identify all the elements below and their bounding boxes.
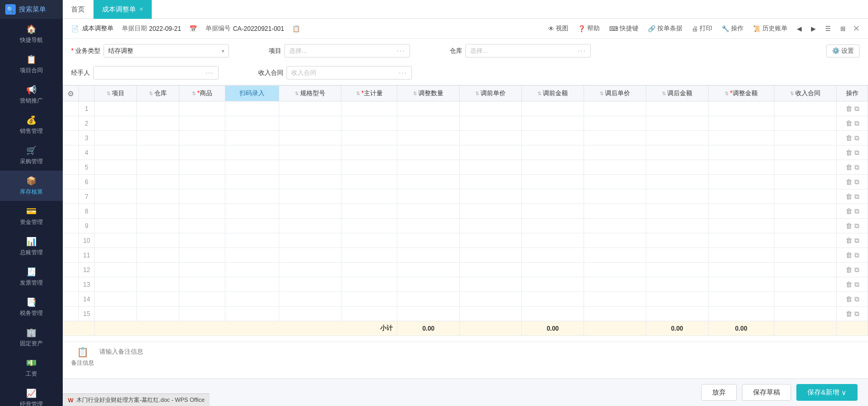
- row-before-amount[interactable]: [522, 131, 584, 145]
- row-before-unit-price[interactable]: [460, 277, 522, 292]
- row-income-contract[interactable]: [774, 292, 837, 307]
- sidebar-item-marketing[interactable]: 📢 营销推广: [0, 80, 63, 110]
- col-before-unit-price[interactable]: ⇅调前单价: [460, 86, 522, 102]
- row-copy-icon[interactable]: ⧉: [854, 295, 859, 303]
- row-spec-type[interactable]: [279, 277, 341, 292]
- row-adjust-amount[interactable]: [708, 248, 774, 263]
- row-unit[interactable]: [341, 102, 397, 116]
- row-unit[interactable]: [341, 175, 397, 189]
- help-btn[interactable]: ❓ 帮助: [576, 23, 602, 34]
- row-spec-type[interactable]: [279, 292, 341, 307]
- row-before-amount[interactable]: [522, 307, 584, 321]
- row-after-unit-price[interactable]: [584, 248, 646, 263]
- sidebar-search[interactable]: 🔍 搜索菜单: [0, 0, 63, 19]
- row-after-amount[interactable]: [646, 233, 708, 248]
- agent-input[interactable]: ···: [93, 66, 219, 80]
- row-adjust-qty[interactable]: [397, 131, 460, 145]
- row-copy-icon[interactable]: ⧉: [854, 266, 859, 274]
- row-spec-type[interactable]: [279, 307, 341, 321]
- row-warehouse[interactable]: [137, 292, 179, 307]
- row-income-contract[interactable]: [774, 233, 837, 248]
- row-before-unit-price[interactable]: [460, 204, 522, 219]
- row-after-amount[interactable]: [646, 102, 708, 116]
- row-before-unit-price[interactable]: [460, 175, 522, 189]
- table-settings-icon[interactable]: ⚙: [67, 89, 74, 98]
- row-before-amount[interactable]: [522, 102, 584, 116]
- row-warehouse[interactable]: [137, 204, 179, 219]
- row-delete-icon[interactable]: 🗑: [846, 163, 852, 172]
- row-product[interactable]: [179, 189, 225, 204]
- sidebar-item-finance[interactable]: 💳 资金管理: [0, 201, 63, 231]
- row-adjust-amount[interactable]: [708, 145, 774, 160]
- row-project[interactable]: [95, 233, 137, 248]
- row-product[interactable]: [179, 219, 225, 233]
- row-after-amount[interactable]: [646, 292, 708, 307]
- row-product[interactable]: [179, 204, 225, 219]
- col-project[interactable]: ⇅项目: [95, 86, 137, 102]
- nav-next-btn[interactable]: ▶: [809, 24, 818, 33]
- row-adjust-amount[interactable]: [708, 131, 774, 145]
- row-adjust-qty[interactable]: [397, 102, 460, 116]
- row-scan-input[interactable]: [225, 131, 279, 145]
- row-adjust-qty[interactable]: [397, 263, 460, 277]
- row-unit[interactable]: [341, 233, 397, 248]
- row-adjust-qty[interactable]: [397, 204, 460, 219]
- row-project[interactable]: [95, 248, 137, 263]
- discard-button[interactable]: 放弃: [701, 384, 737, 401]
- row-scan-input[interactable]: [225, 102, 279, 116]
- col-after-amount[interactable]: ⇅调后金额: [646, 86, 708, 102]
- row-before-unit-price[interactable]: [460, 263, 522, 277]
- row-adjust-amount[interactable]: [708, 307, 774, 321]
- row-copy-icon[interactable]: ⧉: [854, 119, 859, 128]
- row-after-amount[interactable]: [646, 116, 708, 131]
- row-unit[interactable]: [341, 292, 397, 307]
- row-delete-icon[interactable]: 🗑: [846, 251, 852, 260]
- row-before-amount[interactable]: [522, 160, 584, 175]
- row-before-amount[interactable]: [522, 219, 584, 233]
- row-copy-icon[interactable]: ⧉: [854, 280, 859, 289]
- col-settings[interactable]: ⚙: [63, 86, 79, 102]
- layout-btn1[interactable]: ☰: [823, 24, 833, 33]
- row-adjust-amount[interactable]: [708, 233, 774, 248]
- row-project[interactable]: [95, 102, 137, 116]
- row-product[interactable]: [179, 263, 225, 277]
- row-project[interactable]: [95, 263, 137, 277]
- row-spec-type[interactable]: [279, 131, 341, 145]
- row-before-unit-price[interactable]: [460, 219, 522, 233]
- col-adjust-qty[interactable]: ⇅调整数量: [397, 86, 460, 102]
- row-product[interactable]: [179, 248, 225, 263]
- col-income-contract[interactable]: ⇅收入合同: [774, 86, 837, 102]
- row-after-amount[interactable]: [646, 248, 708, 263]
- save-draft-button[interactable]: 保存草稿: [742, 384, 791, 401]
- row-before-amount[interactable]: [522, 189, 584, 204]
- sidebar-item-operations[interactable]: 📈 经营管理: [0, 383, 63, 406]
- row-before-unit-price[interactable]: [460, 248, 522, 263]
- operation-btn[interactable]: 🔧 操作: [719, 23, 746, 34]
- row-scan-input[interactable]: [225, 248, 279, 263]
- row-unit[interactable]: [341, 204, 397, 219]
- row-scan-input[interactable]: [225, 160, 279, 175]
- row-copy-icon[interactable]: ⧉: [854, 222, 859, 230]
- row-after-amount[interactable]: [646, 277, 708, 292]
- row-copy-icon[interactable]: ⧉: [854, 178, 859, 186]
- row-scan-input[interactable]: [225, 219, 279, 233]
- row-delete-icon[interactable]: 🗑: [846, 207, 852, 216]
- row-before-amount[interactable]: [522, 233, 584, 248]
- row-unit[interactable]: [341, 307, 397, 321]
- row-unit[interactable]: [341, 145, 397, 160]
- row-after-unit-price[interactable]: [584, 204, 646, 219]
- row-before-amount[interactable]: [522, 204, 584, 219]
- layout-btn2[interactable]: ⊞: [838, 24, 848, 33]
- row-spec-type[interactable]: [279, 102, 341, 116]
- row-spec-type[interactable]: [279, 116, 341, 131]
- row-before-amount[interactable]: [522, 263, 584, 277]
- row-delete-icon[interactable]: 🗑: [846, 222, 852, 230]
- sidebar-item-project-contract[interactable]: 📋 项目合同: [0, 49, 63, 80]
- row-spec-type[interactable]: [279, 219, 341, 233]
- row-adjust-amount[interactable]: [708, 116, 774, 131]
- sidebar-item-purchase[interactable]: 🛒 采购管理: [0, 140, 63, 171]
- row-copy-icon[interactable]: ⧉: [854, 149, 859, 157]
- row-after-amount[interactable]: [646, 263, 708, 277]
- col-warehouse[interactable]: ⇅仓库: [137, 86, 179, 102]
- notes-input[interactable]: [99, 346, 860, 362]
